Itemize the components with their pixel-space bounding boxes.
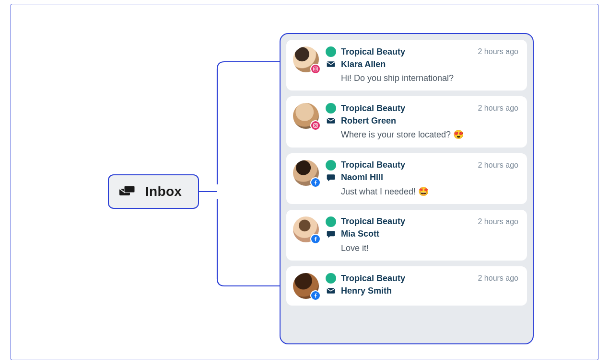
message-card[interactable]: Tropical Beauty 2 hours ago Kiara Allen … [286,40,527,91]
inbox-label: Inbox [145,184,182,199]
svg-rect-2 [124,186,135,193]
connector-line [198,57,284,292]
instagram-icon [310,120,321,131]
message-preview: Just what I needed! 🤩 [341,186,518,197]
envelope-icon [326,59,336,69]
messages-panel: Tropical Beauty 2 hours ago Kiara Allen … [280,33,534,344]
status-dot-icon [326,103,336,114]
timestamp: 2 hours ago [478,161,518,170]
envelope-icon [326,285,336,296]
avatar [293,273,319,299]
message-preview: Love it! [341,242,518,254]
instagram-icon [310,64,321,74]
message-preview: Hi! Do you ship international? [341,72,518,84]
svg-point-9 [315,125,317,127]
facebook-icon [310,177,321,188]
envelope-icon [326,115,336,126]
avatar [293,216,319,242]
avatar [293,160,319,186]
brand-name: Tropical Beauty [341,216,405,227]
inbox-button[interactable]: Inbox [108,174,199,209]
status-dot-icon [326,273,336,284]
timestamp: 2 hours ago [478,104,518,113]
timestamp: 2 hours ago [478,274,518,283]
status-dot-icon [326,46,336,57]
timestamp: 2 hours ago [478,217,518,226]
svg-point-5 [315,68,317,70]
sender-name: Henry Smith [341,286,392,296]
sender-name: Naomi Hill [341,172,383,182]
avatar [293,103,319,129]
comment-icon [326,172,336,183]
message-card[interactable]: Tropical Beauty 2 hours ago Henry Smith [286,266,527,306]
status-dot-icon [326,160,336,171]
inbox-stacked-mail-icon [117,182,137,201]
brand-name: Tropical Beauty [341,160,405,170]
sender-name: Kiara Allen [341,59,386,69]
svg-point-10 [316,124,317,125]
diagram-frame: Inbox Tropical Beauty 2 hours ago [11,4,598,360]
svg-point-6 [316,68,317,68]
avatar [293,46,319,72]
message-card[interactable]: Tropical Beauty 2 hours ago Naomi Hill J… [286,153,527,204]
sender-name: Robert Green [341,116,396,126]
brand-name: Tropical Beauty [341,273,405,284]
brand-name: Tropical Beauty [341,103,405,114]
sender-name: Mia Scott [341,229,379,239]
timestamp: 2 hours ago [478,47,518,56]
brand-name: Tropical Beauty [341,47,405,57]
status-dot-icon [326,216,336,227]
comment-icon [326,229,336,239]
message-preview: Where is your store located? 😍 [341,129,518,140]
facebook-icon [310,234,321,244]
message-card[interactable]: Tropical Beauty 2 hours ago Robert Green… [286,96,527,147]
facebook-icon [310,290,321,301]
message-card[interactable]: Tropical Beauty 2 hours ago Mia Scott Lo… [286,210,527,261]
